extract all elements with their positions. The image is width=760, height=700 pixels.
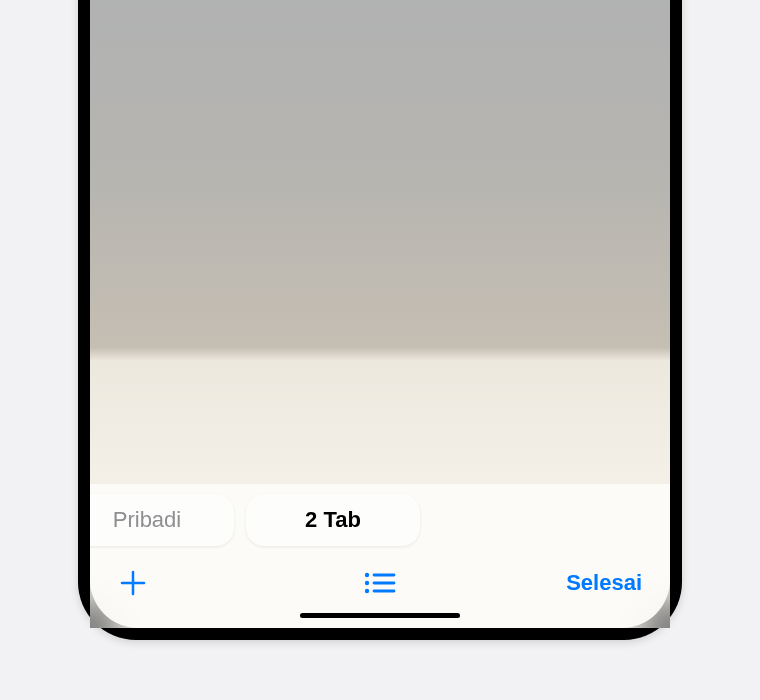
tab-group-label: 2 Tab <box>305 507 361 532</box>
svg-point-2 <box>365 573 369 577</box>
tab-group-label: Pribadi <box>113 507 181 532</box>
phone-frame: Polyester Dinosaur Polyester Dinosaur Pr… <box>78 0 682 640</box>
tab-group-main[interactable]: 2 Tab <box>246 494 420 546</box>
bottom-toolbar-area: Pribadi 2 Tab <box>90 484 670 628</box>
tab-group-private[interactable]: Pribadi <box>90 494 234 546</box>
svg-point-4 <box>365 589 369 593</box>
done-button[interactable]: Selesai <box>566 570 642 596</box>
plus-icon <box>118 568 148 598</box>
home-indicator[interactable] <box>300 613 460 618</box>
screen: Polyester Dinosaur Polyester Dinosaur Pr… <box>90 0 670 628</box>
svg-point-3 <box>365 581 369 585</box>
new-tab-button[interactable] <box>118 568 148 598</box>
tab-groups-menu-button[interactable] <box>364 571 396 595</box>
tab-groups-selector[interactable]: Pribadi 2 Tab <box>90 484 670 556</box>
list-icon <box>364 571 396 595</box>
